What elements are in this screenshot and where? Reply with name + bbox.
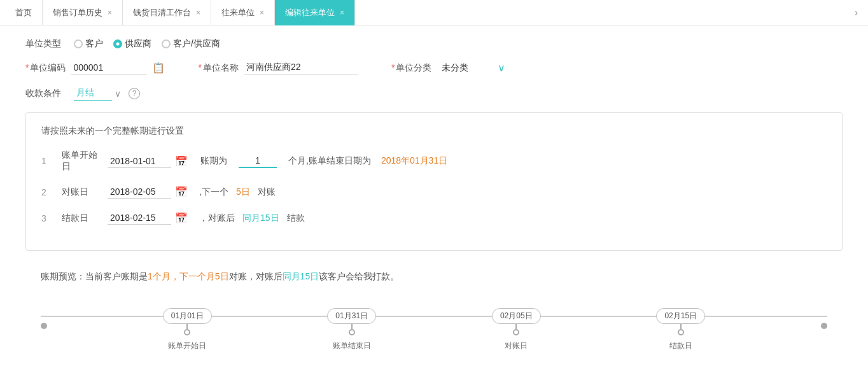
- required-star-code: *: [25, 62, 29, 73]
- close-edit-partner-icon[interactable]: ×: [340, 8, 344, 17]
- timeline-label-1: 账单开始日: [168, 341, 206, 351]
- help-icon[interactable]: ?: [129, 88, 140, 99]
- preview-part3: 对账，对账后: [229, 271, 283, 281]
- tab-cash-work[interactable]: 钱货日清工作台 ×: [123, 0, 211, 25]
- reconcile-date-calendar-icon[interactable]: 📅: [175, 186, 188, 198]
- timeline-nodes: 01月01日 账单开始日 01月31日 账单结束日 02月05日: [41, 308, 827, 351]
- right-end-dot: [821, 323, 827, 329]
- row-type-3: 结款日: [62, 213, 100, 224]
- timeline-badge-4: 02月15日: [656, 308, 705, 324]
- row-num-1: 1: [41, 156, 54, 166]
- payment-condition-label: 收款条件: [25, 88, 61, 99]
- period-unit-label: 个月,账单结束日期为: [288, 155, 371, 167]
- timeline-badge-2: 01月31日: [327, 308, 376, 324]
- payment-date-group: 📅: [108, 211, 188, 225]
- unit-name-input[interactable]: [244, 61, 358, 74]
- unit-code-input[interactable]: [71, 61, 147, 74]
- tab-home[interactable]: 首页: [5, 0, 43, 25]
- preview-section: 账期预览：当前客户账期是1个月，下一个月5日对账，对账后同月15日该客户会给我打…: [25, 261, 843, 372]
- timeline-node-1: 01月01日 账单开始日: [163, 308, 212, 351]
- code-name-category-row: *单位编码 📋 *单位名称 *单位分类 未分类 ∨: [25, 61, 843, 74]
- required-star-name: *: [198, 62, 201, 73]
- dot-2: [349, 329, 355, 335]
- radio-customer-circle: [74, 39, 83, 48]
- radio-both-label: 客户/供应商: [173, 38, 220, 50]
- radio-supplier-circle: [113, 39, 122, 48]
- unit-code-icon[interactable]: 📋: [152, 62, 165, 74]
- period-value-input[interactable]: [239, 154, 277, 168]
- setting-row-1: 1 账单开始日 📅 账期为 个月,账单结束日期为 2018年01月31日: [41, 150, 827, 172]
- tab-edit-partner[interactable]: 编辑往来单位 ×: [275, 0, 355, 25]
- unit-type-row: 单位类型 客户 供应商 客户/供应商: [25, 38, 843, 50]
- payment-condition-row: 收款条件 月结 ∨ ?: [25, 86, 843, 101]
- radio-supplier[interactable]: 供应商: [113, 38, 151, 50]
- unit-type-label: 单位类型: [25, 38, 61, 50]
- tab-bar: 首页 销售订单历史 × 钱货日清工作台 × 往来单位 × 编辑往来单位 × ›: [0, 0, 868, 25]
- payment-date-input[interactable]: [108, 211, 171, 225]
- reconcile-day-highlight: 5日: [236, 186, 250, 198]
- radio-both[interactable]: 客户/供应商: [162, 38, 220, 50]
- payment-prefix: ，对账后: [199, 213, 235, 224]
- dot-4: [678, 329, 684, 335]
- tab-home-label: 首页: [15, 7, 32, 18]
- payment-condition-arrow[interactable]: ∨: [115, 88, 121, 99]
- payment-date-calendar-icon[interactable]: 📅: [175, 212, 188, 224]
- connector-4: [680, 324, 682, 329]
- payment-day-highlight: 同月15日: [242, 213, 279, 224]
- reconcile-date-input[interactable]: [108, 185, 171, 199]
- payment-condition-dropdown: 月结 ∨: [74, 86, 121, 101]
- unit-category-label: *单位分类: [391, 62, 431, 74]
- reconcile-suffix: 对账: [258, 186, 276, 198]
- preview-part1: 1个月，: [148, 271, 179, 281]
- preview-label: 账期预览：当前客户账期是: [41, 271, 148, 281]
- unit-name-label: *单位名称: [198, 62, 238, 74]
- timeline-right-end: [821, 308, 827, 329]
- tab-cash-work-label: 钱货日清工作台: [133, 7, 191, 18]
- timeline-label-3: 对账日: [505, 341, 528, 351]
- connector-3: [515, 324, 517, 329]
- main-content: 单位类型 客户 供应商 客户/供应商 *单位编码 📋: [0, 25, 868, 387]
- radio-supplier-label: 供应商: [125, 38, 151, 50]
- timeline-node-3: 02月05日 对账日: [492, 308, 541, 351]
- timeline-badge-3: 02月05日: [492, 308, 541, 324]
- dot-3: [513, 329, 519, 335]
- radio-both-circle: [162, 39, 171, 48]
- setting-row-3: 3 结款日 📅 ，对账后 同月15日 结款: [41, 211, 827, 225]
- row-type-2: 对账日: [62, 186, 100, 198]
- timeline-label-2: 账单结束日: [333, 341, 371, 351]
- left-end-dot: [41, 323, 47, 329]
- period-label: 账期为: [200, 155, 227, 167]
- unit-name-group: *单位名称: [198, 61, 358, 74]
- timeline-node-4: 02月15日 结款日: [656, 308, 705, 351]
- timeline-label-4: 结款日: [669, 341, 692, 351]
- row-num-2: 2: [41, 187, 54, 197]
- tab-more-button[interactable]: ›: [850, 7, 863, 18]
- setting-row-2: 2 对账日 📅 ,下一个 5日 对账: [41, 185, 827, 199]
- timeline-node-2: 01月31日 账单结束日: [327, 308, 376, 351]
- unit-category-value: 未分类: [442, 62, 493, 74]
- close-partner-icon[interactable]: ×: [260, 8, 264, 17]
- payment-suffix: 结款: [287, 213, 305, 224]
- period-end-date: 2018年01月31日: [381, 155, 447, 167]
- row-type-1: 账单开始日: [62, 150, 100, 172]
- preview-part5: 该客户会给我打款。: [319, 271, 399, 281]
- close-cash-work-icon[interactable]: ×: [196, 8, 200, 17]
- reconcile-prefix: ,下一个: [199, 186, 228, 198]
- tab-partner[interactable]: 往来单位 ×: [211, 0, 275, 25]
- preview-part4: 同月15日: [283, 271, 319, 281]
- radio-customer-label: 客户: [85, 38, 103, 50]
- close-sales-history-icon[interactable]: ×: [108, 8, 112, 17]
- start-date-input[interactable]: [108, 155, 171, 168]
- tab-sales-history[interactable]: 销售订单历史 ×: [43, 0, 123, 25]
- start-date-calendar-icon[interactable]: 📅: [175, 155, 188, 167]
- timeline-badge-1: 01月01日: [163, 308, 212, 324]
- unit-category-arrow[interactable]: ∨: [498, 62, 505, 74]
- payment-condition-value[interactable]: 月结: [74, 86, 112, 101]
- radio-group: 客户 供应商 客户/供应商: [74, 38, 220, 50]
- timeline-left-end: [41, 308, 47, 329]
- settings-title: 请按照未来的一个完整帐期进行设置: [41, 125, 827, 137]
- connector-2: [351, 324, 353, 329]
- start-date-group: 📅: [108, 155, 188, 168]
- radio-customer[interactable]: 客户: [74, 38, 103, 50]
- unit-category-group: *单位分类 未分类 ∨: [391, 62, 505, 74]
